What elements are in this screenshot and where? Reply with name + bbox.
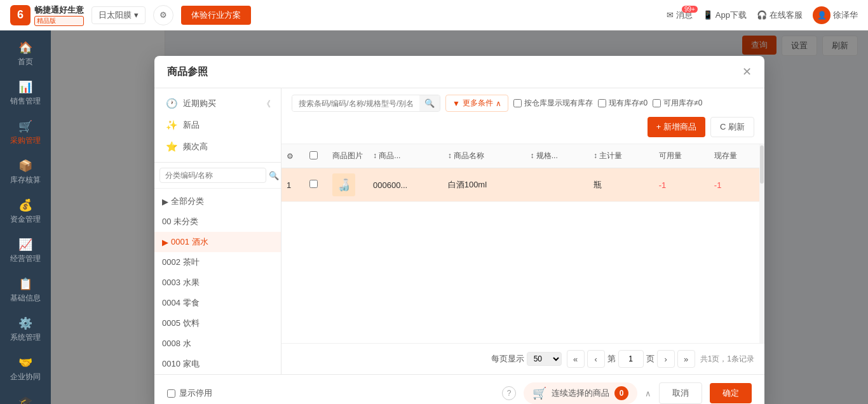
category-search-input[interactable] [159,168,266,183]
page-first-button[interactable]: « [567,350,585,368]
row-img: 🍶 [327,168,368,202]
available-stock-checkbox[interactable]: 现有库存≠0 [598,98,648,109]
messages-button[interactable]: ✉ 消息 99+ [667,10,693,21]
filter-label: 更多条件 [463,98,493,109]
collapse-cart-icon[interactable]: ∧ [645,389,651,398]
left-panel: 🕐 近期购买 ✨ 新品 ⭐ 频次高 [154,88,281,374]
product-image: 🍶 [332,173,355,196]
cat-item-0003[interactable]: 0003 水果 [154,273,281,293]
page-nav: « ‹ 第 页 › » [567,350,695,368]
confirm-button[interactable]: 确定 [710,383,752,403]
cat-item-0010[interactable]: 0010 家电 [154,354,281,374]
tab-frequent[interactable]: ⭐ 频次高 [159,137,257,157]
settings-icon[interactable]: ⚙ [153,5,173,25]
col-available-header[interactable]: 可用量 [654,144,709,168]
basics-icon: 📋 [18,277,32,291]
vertical-scrollbar[interactable] [759,144,764,343]
sidebar-item-operations[interactable]: 📈 经营管理 [0,232,51,269]
left-panel-tabs: 🕐 近期购买 ✨ 新品 ⭐ 频次高 [154,88,281,163]
cat-item-00[interactable]: 00 未分类 [154,212,281,232]
usable-stock-input[interactable] [653,99,661,107]
col-unit-header[interactable]: ↕ 主计量 [588,144,654,168]
phone-icon: 📱 [703,10,713,20]
main-layout: 🏠 首页 📊 销售管理 🛒 采购管理 📦 库存核算 💰 资金管理 📈 经营管理 … [0,30,868,404]
sidebar-item-finance[interactable]: 💰 资金管理 [0,193,51,230]
app-download-button[interactable]: 📱 App下载 [703,10,747,21]
cat-item-0008[interactable]: 0008 水 [154,333,281,354]
page-prev-button[interactable]: ‹ [587,350,605,368]
show-disabled-checkbox[interactable]: 显示停用 [167,387,212,399]
row-check[interactable] [304,168,327,202]
col-spec-header[interactable]: ↕ 规格... [525,144,588,168]
page-next-button[interactable]: › [657,350,675,368]
table-row[interactable]: 1 🍶 000600... 白酒100ml 瓶 [281,168,764,202]
system-icon: ⚙️ [18,316,32,330]
row-checkbox[interactable] [309,180,318,188]
sidebar-label-finance: 资金管理 [10,214,41,225]
add-product-button[interactable]: + 新增商品 [648,117,705,137]
sidebar-item-sales[interactable]: 📊 销售管理 [0,75,51,112]
sidebar-item-inventory[interactable]: 📦 库存核算 [0,154,51,191]
toolbar-right: + 新增商品 C 刷新 [648,117,754,137]
col-check[interactable] [304,144,327,168]
new-icon: ✨ [166,119,178,131]
row-spec [525,168,588,202]
total-info: 共1页，1条记录 [700,354,754,365]
more-filters-button[interactable]: ▼ 更多条件 ∧ [445,95,508,112]
search-icon[interactable]: 🔍 [419,95,440,111]
help-icon[interactable]: ? [502,386,516,400]
per-page-dropdown[interactable]: 50 100 200 [527,352,562,366]
page-number-input[interactable] [618,350,644,368]
user-menu[interactable]: 👤 徐泽华 [813,6,858,24]
online-service-button[interactable]: 🎧 在线客服 [757,10,803,21]
scrollbar-thumb [760,145,764,184]
sidebar-item-home[interactable]: 🏠 首页 [0,36,51,72]
refresh-button[interactable]: C 刷新 [710,117,754,137]
cart-icon: 🛒 [532,386,546,400]
product-reference-modal: 商品参照 ✕ 🕐 近期购买 [154,56,764,404]
app-download-label: App下载 [715,10,747,21]
tab-new-product[interactable]: ✨ 新品 [159,115,257,135]
sidebar-label-sales: 销售管理 [10,96,41,107]
cancel-button[interactable]: 取消 [659,382,702,404]
chevron-up-icon: ∧ [496,99,501,108]
sidebar-item-collab[interactable]: 🤝 企业协同 [0,351,51,387]
collapse-panel-button[interactable]: 《 [257,96,276,112]
modal-close-button[interactable]: ✕ [742,65,752,79]
page-last-button[interactable]: » [677,350,695,368]
col-code-header[interactable]: ↕ 商品... [368,144,443,168]
select-all-checkbox[interactable] [309,151,318,159]
available-stock-input[interactable] [598,99,606,107]
category-search-icon[interactable]: 🔍 [266,171,281,180]
show-disabled-label: 显示停用 [179,387,212,399]
product-table: ⚙ 商品图片 ↕ 商品... ↕ 商品名称 [281,144,764,202]
category-search: 🔍 [154,163,281,189]
col-settings[interactable]: ⚙ [281,144,304,168]
sidebar-item-purchase[interactable]: 🛒 采购管理 [0,114,51,151]
cat-item-0005[interactable]: 0005 饮料 [154,313,281,333]
clock-icon: 🕐 [166,98,178,109]
experience-button[interactable]: 体验行业方案 [181,6,251,25]
stock-by-warehouse-input[interactable] [513,99,522,107]
cat-item-0004[interactable]: 0004 零食 [154,293,281,313]
usable-stock-checkbox[interactable]: 可用库存≠0 [653,98,702,109]
col-name-header[interactable]: ↕ 商品名称 [443,144,526,168]
cat-item-0002[interactable]: 0002 茶叶 [154,252,281,273]
operations-icon: 📈 [18,238,32,252]
sidebar-item-system[interactable]: ⚙️ 系统管理 [0,311,51,348]
product-table-wrap: ⚙ 商品图片 ↕ 商品... ↕ 商品名称 [281,144,764,343]
brand-badge: 精品版 [34,16,84,26]
store-selector[interactable]: 日太阳膜 ▾ [92,6,146,24]
sidebar-item-guide[interactable]: 🎓 新手引导 [0,390,51,404]
sidebar-label-system: 系统管理 [10,332,41,343]
per-page-select: 每页显示 50 100 200 [491,352,562,366]
cat-item-0001[interactable]: ▶ 0001 酒水 [154,232,281,252]
tab-recent-purchase[interactable]: 🕐 近期购买 [159,93,257,114]
show-disabled-input[interactable] [167,389,175,398]
online-service-label: 在线客服 [770,10,803,21]
product-search-input[interactable] [292,96,419,111]
sidebar-item-basics[interactable]: 📋 基础信息 [0,272,51,309]
row-stock: -1 [709,168,764,202]
stock-by-warehouse-checkbox[interactable]: 按仓库显示现有库存 [513,98,593,109]
cat-item-all[interactable]: ▶ 全部分类 [154,191,281,212]
